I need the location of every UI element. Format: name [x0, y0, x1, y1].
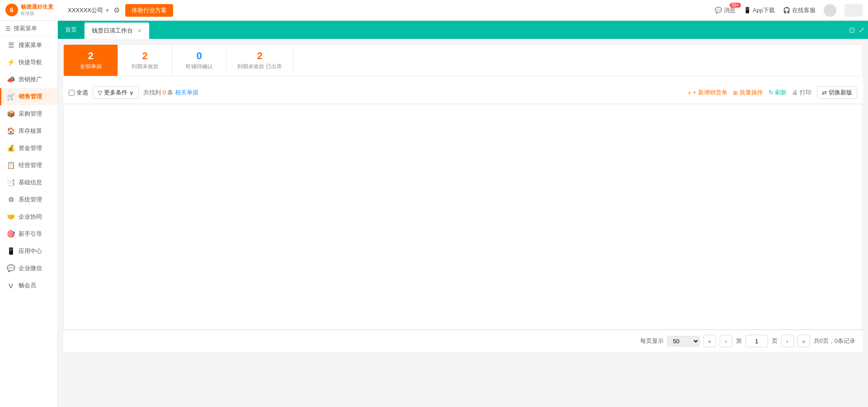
filter-icon: ▽: [98, 89, 102, 96]
sidebar-label-10: 企业协同: [19, 213, 42, 221]
sidebar-icon-5: 🏠: [7, 127, 15, 135]
sidebar-icon-0: ☰: [7, 41, 15, 49]
service-icon: 🎧: [783, 7, 790, 14]
next-page-button[interactable]: ›: [781, 335, 794, 347]
chevron-icon: ∨: [129, 89, 134, 96]
sidebar-item-13[interactable]: 💬企业微信: [0, 260, 57, 277]
add-icon: +: [688, 89, 691, 96]
sidebar-icon-4: 📦: [7, 110, 15, 118]
tab-close-icon[interactable]: ✕: [137, 28, 142, 34]
top-header: 6 畅捷通好生意 标准版 XXXXXX公司 ▼ ⚙ 体验行业方案 💬 消息 99…: [0, 0, 868, 21]
sidebar-item-5[interactable]: 🏠库存核算: [0, 122, 57, 140]
app-download-button[interactable]: 📱 App下载: [744, 6, 775, 14]
sidebar-icon-1: ⚡: [7, 58, 15, 66]
stats-tab-wangpu[interactable]: 0 旺铺待确认: [172, 45, 226, 76]
sidebar-item-11[interactable]: 🎯新手引导: [0, 225, 57, 243]
sidebar-item-8[interactable]: 📑基础信息: [0, 174, 57, 191]
sidebar: ☰ 搜索菜单 ☰搜索菜单⚡快捷导航📣营销推广🛒销售管理📦采购管理🏠库存核算💰资金…: [0, 0, 58, 407]
trial-button[interactable]: 体验行业方案: [125, 4, 173, 17]
sidebar-item-14[interactable]: V畅会员: [0, 277, 57, 294]
settings-icon[interactable]: ⚙: [113, 6, 120, 14]
sidebar-icon-10: 🤝: [7, 213, 15, 221]
first-page-button[interactable]: «: [703, 335, 716, 347]
page-size-select[interactable]: 50 100 200: [667, 336, 700, 346]
sidebar-label-3: 销售管理: [19, 93, 42, 101]
sidebar-item-6[interactable]: 💰资金管理: [0, 140, 57, 157]
sidebar-item-1[interactable]: ⚡快捷导航: [0, 54, 57, 71]
main-content: 2 全部单据 2 到期未收款 0 旺铺待确认 2 到期未收款 已出库 全选: [58, 39, 868, 407]
sidebar-item-12[interactable]: 📱应用中心: [0, 243, 57, 260]
nav-tab-right: ⊡ ⤢: [849, 26, 868, 34]
switch-version-button[interactable]: ⇄ 切换新版: [817, 86, 857, 99]
sidebar-label-5: 库存核算: [19, 127, 42, 135]
message-button[interactable]: 💬 消息 99+: [715, 6, 736, 14]
stats-count-overdue: 2: [129, 50, 161, 62]
stats-tab-all[interactable]: 2 全部单据: [64, 45, 118, 76]
company-selector[interactable]: XXXXXX公司 ▼: [68, 6, 110, 14]
pagination: 每页显示 50 100 200 « ‹ 第 页 › » 共0页，0条记录: [63, 330, 863, 352]
sidebar-label-4: 采购管理: [19, 110, 42, 118]
sidebar-label-11: 新手引导: [19, 230, 42, 238]
online-service-label: 在线客服: [792, 6, 816, 14]
add-label: + 新增销货单: [693, 89, 727, 97]
sidebar-item-2[interactable]: 📣营销推广: [0, 71, 57, 88]
avatar[interactable]: [824, 4, 836, 17]
found-count: 0: [163, 89, 166, 96]
page-input[interactable]: [745, 335, 768, 347]
sidebar-search[interactable]: ☰ 搜索菜单: [0, 21, 57, 37]
sidebar-label-1: 快捷导航: [19, 58, 42, 66]
page-suffix: 页: [772, 337, 778, 345]
message-icon: 💬: [715, 7, 722, 14]
tab-qianhuo-label: 钱货日清工作台: [92, 27, 133, 35]
print-icon: 🖨: [792, 89, 798, 96]
stats-label-shipped: 到期未收款 已出库: [237, 63, 282, 70]
sidebar-item-7[interactable]: 📋经营管理: [0, 157, 57, 174]
stats-tab-overdue[interactable]: 2 到期未收款: [118, 45, 172, 76]
prev-page-button[interactable]: ‹: [720, 335, 732, 347]
batch-operation-button[interactable]: ⊞ 批量操作: [733, 89, 763, 97]
stats-tab-shipped[interactable]: 2 到期未收款 已出库: [226, 45, 293, 76]
filter-button[interactable]: ▽ 更多条件 ∨: [93, 86, 139, 99]
toolbar: 全选 ▽ 更多条件 ∨ 共找到 0 条 相关单据 + + 新增销货单: [63, 82, 863, 104]
content-wrapper: 2 全部单据 2 到期未收款 0 旺铺待确认 2 到期未收款 已出库 全选: [63, 44, 863, 352]
table-area: [63, 104, 863, 330]
batch-icon: ⊞: [733, 89, 738, 96]
stats-count-all: 2: [75, 50, 107, 62]
user-menu[interactable]: [844, 4, 863, 17]
last-page-button[interactable]: »: [797, 335, 810, 347]
logo-area: 6 畅捷通好生意 标准版: [5, 4, 63, 16]
select-all-checkbox[interactable]: 全选: [69, 89, 88, 97]
online-service-button[interactable]: 🎧 在线客服: [783, 6, 816, 14]
sidebar-label-12: 应用中心: [19, 247, 42, 255]
toolbar-left: 全选 ▽ 更多条件 ∨ 共找到 0 条 相关单据: [69, 86, 198, 99]
sidebar-item-4[interactable]: 📦采购管理: [0, 105, 57, 122]
tab-home[interactable]: 首页: [58, 21, 85, 39]
found-text: 共找到 0 条 相关单据: [143, 89, 198, 97]
sidebar-icon-2: 📣: [7, 75, 15, 84]
sidebar-item-10[interactable]: 🤝企业协同: [0, 208, 57, 225]
total-label: 共0页，0条记录: [814, 337, 855, 345]
sidebar-item-9[interactable]: ⚙系统管理: [0, 191, 57, 208]
tab-home-label: 首页: [65, 26, 77, 34]
sidebar-item-0[interactable]: ☰搜索菜单: [0, 37, 57, 54]
stats-count-wangpu: 0: [183, 50, 215, 62]
window-maximize-icon[interactable]: ⤢: [859, 26, 864, 34]
switch-label: 切换新版: [829, 89, 852, 97]
sidebar-label-8: 基础信息: [19, 178, 42, 187]
sidebar-item-3[interactable]: 🛒销售管理: [0, 88, 57, 105]
checkbox-input[interactable]: [69, 90, 75, 96]
tab-qianhuo[interactable]: 钱货日清工作台 ✕: [85, 23, 149, 39]
sidebar-icon-13: 💬: [7, 264, 15, 272]
app-download-label: App下载: [753, 6, 775, 14]
sidebar-items: ☰搜索菜单⚡快捷导航📣营销推广🛒销售管理📦采购管理🏠库存核算💰资金管理📋经营管理…: [0, 37, 57, 294]
window-restore-icon[interactable]: ⊡: [849, 26, 855, 34]
logo-icon: 6: [5, 4, 18, 16]
add-order-button[interactable]: + + 新增销货单: [688, 89, 727, 97]
found-unit: 条: [167, 89, 173, 96]
sidebar-label-6: 资金管理: [19, 144, 42, 152]
print-button[interactable]: 🖨 打印: [792, 89, 811, 97]
sidebar-icon-9: ⚙: [7, 196, 15, 204]
related-link[interactable]: 相关单据: [175, 89, 198, 96]
refresh-button[interactable]: ↻ 刷新: [769, 89, 787, 97]
chevron-down-icon: ▼: [105, 8, 110, 13]
